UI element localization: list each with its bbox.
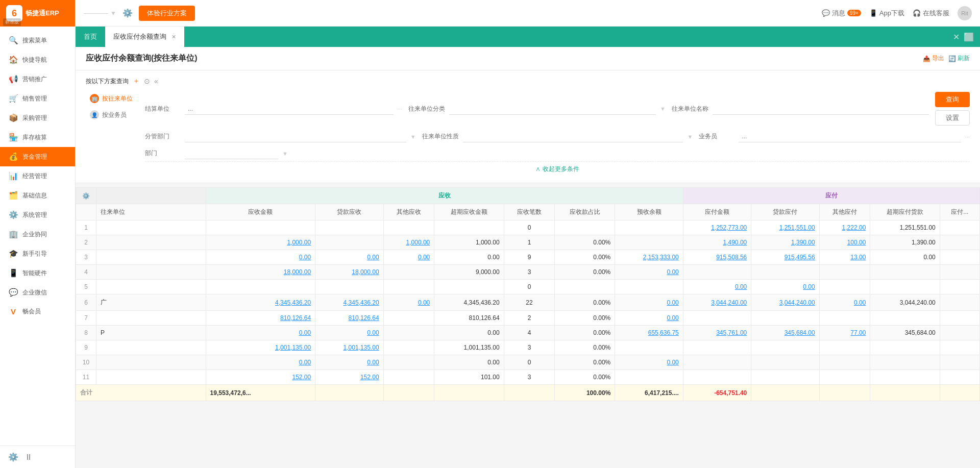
query-button[interactable]: 查询 [935, 92, 970, 107]
message-button[interactable]: 💬 消息 99+ [822, 9, 861, 18]
table-cell[interactable]: 152.00 [315, 370, 383, 385]
sidebar-item-collab[interactable]: 🏢 企业协同 [0, 225, 75, 244]
cell-link[interactable]: 1,001,135.00 [344, 344, 379, 351]
set-button[interactable]: 设置 [935, 110, 970, 126]
table-cell[interactable]: 1,390.00 [751, 235, 819, 250]
cell-link[interactable]: 0.00 [667, 299, 678, 306]
table-cell[interactable]: 100.00 [819, 235, 870, 250]
collapse-icon[interactable]: ⏸ [24, 453, 33, 462]
cell-link[interactable]: 3,044,240.00 [711, 299, 747, 306]
table-cell[interactable]: 18,000.00 [315, 265, 383, 280]
cell-link[interactable]: 655,636.75 [648, 329, 679, 336]
table-cell[interactable]: 18,000.00 [206, 265, 315, 280]
partner-category-dropdown-icon[interactable]: ▼ [660, 106, 666, 112]
download-button[interactable]: 📱 App下载 [869, 9, 904, 18]
tab-close-window-icon[interactable]: ✕ [953, 32, 960, 42]
cell-link[interactable]: 915,495.56 [785, 254, 815, 261]
dept-input[interactable] [185, 131, 406, 142]
table-cell[interactable]: 4,345,436.20 [206, 294, 315, 311]
table-cell[interactable]: 345,761.00 [683, 326, 751, 340]
cell-link[interactable]: 77.00 [850, 329, 866, 336]
scheme-by-salesperson[interactable]: 👤 按业务员 [86, 108, 137, 121]
salesperson-input[interactable] [739, 131, 961, 142]
table-cell[interactable]: 0.00 [206, 326, 315, 340]
table-cell[interactable]: 1,222.00 [819, 220, 870, 235]
tab-ar-query[interactable]: 应收应付余额查询 ✕ [105, 27, 184, 47]
table-cell[interactable]: 3,044,240.00 [751, 294, 819, 311]
trial-industry-button[interactable]: 体验行业方案 [139, 6, 195, 21]
cell-link[interactable]: 0.00 [299, 329, 311, 336]
cell-link[interactable]: 0.00 [667, 268, 678, 276]
table-cell[interactable]: 2,153,333.00 [615, 250, 683, 265]
cell-link[interactable]: 915,508.56 [716, 254, 747, 261]
table-cell[interactable]: 4,345,436.20 [315, 294, 383, 311]
tab-maximize-icon[interactable]: ⬜ [964, 32, 974, 42]
sidebar-item-basicinfo[interactable]: 🗂️ 基础信息 [0, 186, 75, 205]
table-cell[interactable]: 0.00 [615, 265, 683, 280]
cell-link[interactable]: 4,345,436.20 [275, 299, 311, 306]
table-cell[interactable]: 1,490.00 [683, 235, 751, 250]
table-cell[interactable]: 655,636.75 [615, 326, 683, 340]
partner-nature-dropdown-icon[interactable]: ▼ [687, 134, 693, 140]
settlement-unit-select-icon[interactable]: ··· [398, 106, 402, 112]
cell-link[interactable]: 0.00 [667, 359, 678, 366]
sidebar-item-operation[interactable]: 📊 经营管理 [0, 166, 75, 186]
cell-link[interactable]: 2,153,333.00 [643, 254, 679, 261]
cell-link[interactable]: 0.00 [367, 329, 379, 336]
sidebar-item-finance[interactable]: 💰 资金管理 [0, 147, 75, 166]
cell-link[interactable]: 0.00 [418, 299, 430, 306]
cell-link[interactable]: 1,390.00 [791, 239, 815, 246]
sidebar-item-sysadmin[interactable]: ⚙️ 系统管理 [0, 205, 75, 225]
table-cell[interactable]: 1,000.00 [206, 235, 315, 250]
cell-link[interactable]: 18,000.00 [284, 268, 311, 276]
table-cell[interactable]: 1,001,135.00 [206, 340, 315, 355]
cell-link[interactable]: 152.00 [360, 374, 379, 381]
settings-icon[interactable]: ⚙️ [8, 452, 18, 462]
cell-link[interactable]: 1,222.00 [842, 224, 866, 231]
subdept-input[interactable] [185, 147, 278, 159]
avatar[interactable]: Rit [958, 6, 972, 20]
sidebar-item-marketing[interactable]: 📢 营销推广 [0, 69, 75, 89]
export-button[interactable]: 📤 导出 [923, 54, 944, 63]
table-cell[interactable]: 915,508.56 [683, 250, 751, 265]
sidebar-item-purchase[interactable]: 📦 采购管理 [0, 108, 75, 128]
cell-link[interactable]: 810,126.64 [280, 314, 311, 322]
table-cell[interactable]: 0.00 [751, 280, 819, 294]
table-cell[interactable]: 0.00 [615, 294, 683, 311]
cell-link[interactable]: 0.00 [367, 254, 379, 261]
table-cell[interactable]: 0.00 [683, 280, 751, 294]
tab-home[interactable]: 首页 [76, 27, 105, 47]
table-cell[interactable]: 0.00 [315, 355, 383, 370]
cell-link[interactable]: 3,044,240.00 [779, 299, 815, 306]
table-cell[interactable]: 3,044,240.00 [683, 294, 751, 311]
table-cell[interactable]: 0.00 [615, 355, 683, 370]
scheme-by-partner[interactable]: 🏢 按往来单位 [86, 92, 137, 105]
gear-button[interactable]: ⚙️ [122, 8, 133, 18]
table-cell[interactable]: 0.00 [315, 250, 383, 265]
dept-dropdown-icon[interactable]: ▼ [410, 134, 416, 140]
table-cell[interactable]: 1,001,135.00 [315, 340, 383, 355]
cell-link[interactable]: 1,000.00 [406, 239, 430, 246]
table-cell[interactable]: 0.00 [383, 250, 434, 265]
service-button[interactable]: 🎧 在线客服 [913, 9, 949, 18]
sidebar-item-search[interactable]: 🔍 搜索菜单 [0, 31, 75, 50]
cell-link[interactable]: 0.00 [299, 254, 311, 261]
table-cell[interactable]: 1,252,773.00 [683, 220, 751, 235]
cell-link[interactable]: 0.00 [299, 359, 311, 366]
table-cell[interactable]: 0.00 [206, 250, 315, 265]
cell-link[interactable]: 0.00 [667, 314, 678, 322]
cell-link[interactable]: 1,000.00 [287, 239, 311, 246]
cell-link[interactable]: 100.00 [847, 239, 866, 246]
sidebar-item-hardware[interactable]: 📱 智能硬件 [0, 263, 75, 283]
cell-link[interactable]: 0.00 [418, 254, 430, 261]
sidebar-item-wechat[interactable]: 💬 企业微信 [0, 283, 75, 302]
cell-link[interactable]: 345,684.00 [785, 329, 815, 336]
cell-link[interactable]: 1,490.00 [723, 239, 747, 246]
tab-close-icon[interactable]: ✕ [172, 34, 176, 40]
table-cell[interactable]: 0.00 [315, 326, 383, 340]
salesperson-select-icon[interactable]: ··· [965, 134, 970, 140]
partner-nature-input[interactable] [463, 131, 683, 142]
cell-link[interactable]: 18,000.00 [352, 268, 379, 276]
cell-link[interactable]: 0.00 [854, 299, 866, 306]
sidebar-item-quicknav[interactable]: 🏠 快捷导航 [0, 50, 75, 69]
